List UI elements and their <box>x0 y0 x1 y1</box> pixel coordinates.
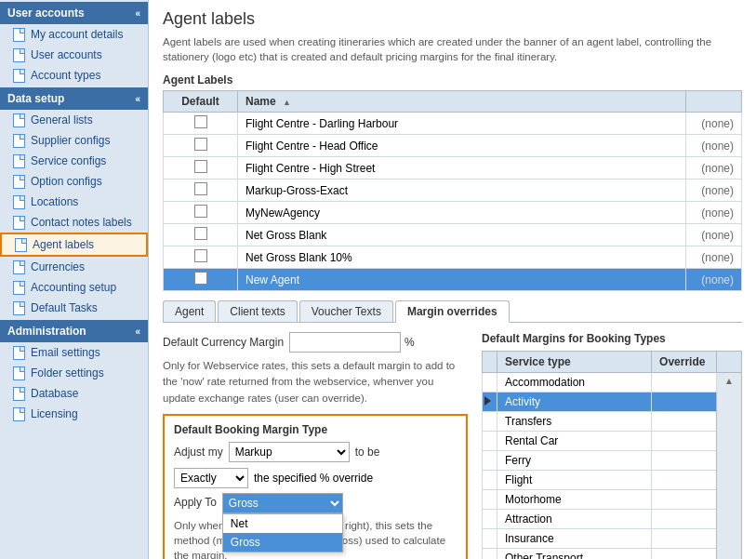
sidebar-item-user-accounts[interactable]: User accounts <box>0 45 148 65</box>
table-row[interactable]: Flight Centre - Darling Harbour (none) <box>164 113 742 135</box>
sidebar-item-database[interactable]: Database <box>0 383 148 404</box>
sidebar-item-accounting-setup[interactable]: Accounting setup <box>0 277 148 298</box>
sidebar-item-label: Account types <box>31 69 100 82</box>
service-type: Flight <box>497 471 652 490</box>
page-icon <box>11 174 26 189</box>
page-icon <box>11 215 26 230</box>
sidebar-section-administration[interactable]: Administration« <box>0 320 148 342</box>
page-icon <box>11 406 26 421</box>
checkbox-cell[interactable] <box>164 180 238 202</box>
booking-row[interactable]: Rental Car <box>483 432 742 451</box>
table-row[interactable]: Flight Centre - High Street (none) <box>164 157 742 180</box>
adjust-my-row: Adjust my Markup Commission Gross to be … <box>174 442 457 488</box>
sidebar-item-account-types[interactable]: Account types <box>0 65 148 86</box>
tab-voucher-texts[interactable]: Voucher Texts <box>299 300 393 322</box>
sidebar-item-label: Contact notes labels <box>31 216 132 229</box>
sidebar-item-general-lists[interactable]: General lists <box>0 110 148 130</box>
sidebar-item-option-configs[interactable]: Option configs <box>0 171 148 192</box>
booking-row[interactable]: Ferry <box>483 451 742 471</box>
agent-labels-label: Agent Labels <box>163 73 742 87</box>
checkbox-cell[interactable] <box>164 202 238 224</box>
table-row[interactable]: New Agent (none) <box>164 269 742 291</box>
sidebar-item-label: Database <box>31 387 78 400</box>
sort-icon: ▲ <box>283 98 291 107</box>
sidebar-section-data-setup[interactable]: Data setup« <box>0 87 148 110</box>
col-scroll-header <box>717 352 742 373</box>
booking-margin-title: Default Booking Margin Type <box>174 423 457 436</box>
booking-row[interactable]: Transfers <box>483 412 742 432</box>
agent-name: New Agent <box>238 269 686 291</box>
override-cell <box>652 412 717 432</box>
page-icon <box>11 133 26 148</box>
dd-item-net[interactable]: Net <box>223 514 342 533</box>
table-row[interactable]: MyNewAgency (none) <box>164 202 742 224</box>
dd-item-gross[interactable]: Gross <box>223 533 342 552</box>
sidebar-item-currencies[interactable]: Currencies <box>0 257 148 277</box>
override-cell <box>652 490 717 510</box>
sidebar-item-label: Folder settings <box>31 366 104 379</box>
booking-types-title: Default Margins for Booking Types <box>482 332 742 345</box>
sidebar-item-label: Locations <box>31 195 78 208</box>
booking-row[interactable]: Activity <box>483 393 742 412</box>
page-icon <box>11 300 26 315</box>
page-icon <box>11 386 26 401</box>
checkbox-cell[interactable] <box>164 135 238 157</box>
tabs: AgentClient textsVoucher TextsMargin ove… <box>163 300 742 323</box>
apply-to-dropdown[interactable]: Net Gross <box>222 513 343 552</box>
sidebar-item-default-tasks[interactable]: Default Tasks <box>0 298 148 318</box>
override-cell <box>652 393 717 412</box>
sidebar-item-licensing[interactable]: Licensing <box>0 404 148 424</box>
agent-name: MyNewAgency <box>238 202 686 224</box>
page-icon <box>11 194 26 209</box>
scroll-bar[interactable]: ▲ <box>717 373 742 559</box>
page-description: Agent labels are used when creating itin… <box>163 34 742 64</box>
sidebar-item-contact-notes[interactable]: Contact notes labels <box>0 212 148 233</box>
sidebar-item-agent-labels[interactable]: Agent labels <box>0 233 148 257</box>
default-currency-margin-label: Default Currency Margin <box>163 336 284 349</box>
page-icon <box>11 345 26 360</box>
checkbox-cell[interactable] <box>164 246 238 269</box>
apply-to-label: Apply To <box>174 496 217 509</box>
booking-row[interactable]: Attraction <box>483 510 742 529</box>
tab-agent[interactable]: Agent <box>163 300 216 322</box>
agent-table: Default Name ▲ Flight Centre - Darling H… <box>163 90 742 291</box>
checkbox-cell[interactable] <box>164 224 238 246</box>
table-row[interactable]: Markup-Gross-Exact (none) <box>164 180 742 202</box>
default-currency-margin-input[interactable] <box>289 332 401 353</box>
sidebar-item-folder-settings[interactable]: Folder settings <box>0 363 148 383</box>
booking-row[interactable]: Motorhome <box>483 490 742 510</box>
page-icon <box>13 237 28 252</box>
sidebar-item-label: Default Tasks <box>31 301 98 314</box>
booking-table-body: Accommodation ▲ Activity Transfers Renta… <box>483 373 742 559</box>
override-cell <box>652 529 717 549</box>
booking-row[interactable]: Other Transport <box>483 549 742 559</box>
table-row[interactable]: Net Gross Blank (none) <box>164 224 742 246</box>
table-row[interactable]: Flight Centre - Head Office (none) <box>164 135 742 157</box>
sidebar-item-label: Licensing <box>31 407 78 420</box>
sidebar-item-supplier-configs[interactable]: Supplier configs <box>0 130 148 151</box>
booking-row[interactable]: Accommodation ▲ <box>483 373 742 393</box>
checkbox-cell[interactable] <box>164 157 238 180</box>
sidebar-item-service-configs[interactable]: Service configs <box>0 151 148 171</box>
table-row[interactable]: Net Gross Blank 10% (none) <box>164 246 742 269</box>
agent-name: Flight Centre - Head Office <box>238 135 686 157</box>
tab-client-texts[interactable]: Client texts <box>218 300 297 322</box>
sidebar-item-email-settings[interactable]: Email settings <box>0 342 148 363</box>
adjust-my-select[interactable]: Markup Commission Gross <box>229 442 350 462</box>
apply-to-select[interactable]: Gross <box>222 493 343 513</box>
sidebar-section-user-accounts[interactable]: User accounts« <box>0 2 148 24</box>
to-be-select[interactable]: Exactly At least <box>174 468 248 488</box>
page-icon <box>11 366 26 380</box>
page-icon <box>11 113 26 127</box>
agent-extra: (none) <box>686 113 742 135</box>
sidebar-item-my-account[interactable]: My account details <box>0 24 148 45</box>
checkbox-cell[interactable] <box>164 269 238 291</box>
booking-row[interactable]: Insurance <box>483 529 742 549</box>
tab-margin-overrides[interactable]: Margin overrides <box>395 300 510 323</box>
checkbox-cell[interactable] <box>164 113 238 135</box>
sidebar-item-label: Email settings <box>31 346 100 359</box>
booking-row[interactable]: Flight <box>483 471 742 490</box>
sidebar-item-locations[interactable]: Locations <box>0 192 148 212</box>
agent-name: Net Gross Blank <box>238 224 686 246</box>
agent-name: Flight Centre - High Street <box>238 157 686 180</box>
